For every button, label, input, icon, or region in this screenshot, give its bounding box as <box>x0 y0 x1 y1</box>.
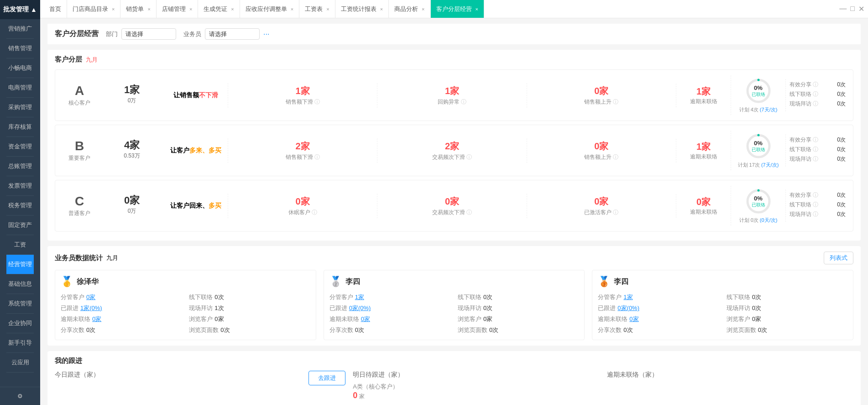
tier-metric: 0家 销售额上升 ⓘ <box>527 83 676 108</box>
staff-label: 业务员 <box>183 30 201 38</box>
info-icon[interactable]: ⓘ <box>312 209 317 216</box>
tier-label-A: A 核心客户 <box>59 84 100 107</box>
goto-followup-button[interactable]: 去跟进 <box>309 371 345 385</box>
tier-row-A: A 核心客户 1家 0万 让销售额不下滑 1家 销售额下滑 ⓘ 1家 回购异常 … <box>55 69 853 121</box>
info-icon[interactable]: ⓘ <box>314 153 320 161</box>
sidebar-item-资金管理[interactable]: 资金管理 <box>6 137 34 157</box>
tab-close-icon[interactable]: × <box>422 6 424 12</box>
tier-metrics-C: 0家 休眠客户 ⓘ 0家 交易频次下滑 ⓘ 0家 已激活客户 ⓘ <box>228 194 676 218</box>
staff-stat: 浏览页面数 0次 <box>189 326 310 334</box>
tier-slogan-A: 让销售额不下滑 <box>164 91 228 100</box>
info-icon[interactable]: ⓘ <box>461 98 466 106</box>
sidebar-item-经营管理[interactable]: 经营管理 <box>6 255 34 274</box>
sidebar-title: 批发管理 <box>3 5 29 14</box>
sidebar-item-云应用[interactable]: 云应用 <box>6 353 34 373</box>
staff-select[interactable]: 请选择 <box>205 28 260 40</box>
sidebar-item-企业协同[interactable]: 企业协同 <box>6 314 34 333</box>
sidebar-item-销售管理[interactable]: 销售管理 <box>6 39 34 58</box>
info-icon[interactable]: ⓘ <box>813 81 818 88</box>
info-icon[interactable]: ⓘ <box>813 91 818 97</box>
sidebar-settings[interactable]: ⚙ <box>0 387 40 405</box>
tier-contact-C: 0家 逾期未联络 <box>676 194 731 218</box>
staff-stat: 已跟进 0家(0%) <box>598 304 719 312</box>
business-month-badge: 九月 <box>106 254 118 262</box>
tier-metric: 0家 已激活客户 ⓘ <box>527 194 676 218</box>
tab-门店商品目录[interactable]: 门店商品目录× <box>67 0 120 18</box>
info-icon[interactable]: ⓘ <box>613 153 618 161</box>
tab-close-icon[interactable]: × <box>291 6 293 12</box>
sidebar-header[interactable]: 批发管理 ▲ <box>0 0 40 19</box>
sidebar-item-总账管理[interactable]: 总账管理 <box>6 157 34 176</box>
staff-medal: 🥈 <box>329 276 342 288</box>
info-icon[interactable]: ⓘ <box>813 156 818 162</box>
sidebar-item-发票管理[interactable]: 发票管理 <box>6 176 34 196</box>
restore-icon[interactable]: □ <box>850 5 855 13</box>
tab-店铺管理[interactable]: 店铺管理× <box>157 0 198 18</box>
tab-close-icon[interactable]: × <box>380 6 383 12</box>
tier-metric: 1家 回购异常 ⓘ <box>377 83 526 108</box>
tab-商品分析[interactable]: 商品分析× <box>389 0 430 18</box>
info-icon[interactable]: ⓘ <box>466 209 472 216</box>
more-filters-icon[interactable]: ··· <box>263 30 269 38</box>
tab-客户分层经营[interactable]: 客户分层经营× <box>431 0 484 18</box>
info-icon[interactable]: ⓘ <box>314 98 320 106</box>
tier-metric: 0家 交易频次下滑 ⓘ <box>377 194 526 218</box>
today-label: 今日跟进（家） <box>55 371 301 379</box>
info-icon[interactable]: ⓘ <box>813 201 818 208</box>
tier-actions-A: 有效分享 ⓘ0次线下联络 ⓘ0次现场拜访 ⓘ0次 <box>785 79 849 111</box>
tab-销货单[interactable]: 销货单× <box>120 0 156 18</box>
info-icon[interactable]: ⓘ <box>813 211 818 217</box>
staff-stat: 分享次数 0次 <box>598 326 719 334</box>
dept-select[interactable]: 请选择 <box>121 28 176 40</box>
tomorrow-a-label: A类（核心客户） <box>353 383 599 391</box>
sidebar-item-采购管理[interactable]: 采购管理 <box>6 98 34 117</box>
sidebar-item-工资[interactable]: 工资 <box>6 235 34 255</box>
info-icon[interactable]: ⓘ <box>813 146 818 153</box>
tab-工资统计报表[interactable]: 工资统计报表× <box>335 0 389 18</box>
info-icon[interactable]: ⓘ <box>613 98 618 106</box>
list-view-button[interactable]: 列表式 <box>824 252 853 264</box>
tier-metric: 0家 销售额上升 ⓘ <box>527 138 676 163</box>
tab-close-icon[interactable]: × <box>189 6 192 12</box>
staff-stat: 分管客户 0家 <box>61 293 182 301</box>
close-window-icon[interactable]: ✕ <box>858 5 864 13</box>
info-icon[interactable]: ⓘ <box>813 192 818 198</box>
business-section: 业务员数据统计 九月 列表式 🥇 徐泽华 分管客户 0家 线下联络 0次 已跟进 <box>47 246 861 346</box>
tab-工资表[interactable]: 工资表× <box>299 0 335 18</box>
sidebar-item-税务管理[interactable]: 税务管理 <box>6 196 34 216</box>
tab-close-icon[interactable]: × <box>112 6 115 12</box>
sidebar-item-新手引导[interactable]: 新手引导 <box>6 333 34 353</box>
dept-label: 部门 <box>106 30 118 38</box>
tomorrow-a-count: 0 <box>353 391 357 400</box>
staff-stat: 已跟进 0家(0%) <box>329 304 450 312</box>
tab-生成凭证[interactable]: 生成凭证× <box>198 0 240 18</box>
sidebar-item-电商管理[interactable]: 电商管理 <box>6 78 34 98</box>
settings-icon: ⚙ <box>17 393 23 400</box>
page-header: 客户分层经营 部门 请选择 业务员 请选择 ··· <box>47 24 861 44</box>
sidebar-item-小畅电商[interactable]: 小畅电商 <box>6 58 34 78</box>
info-icon[interactable]: ⓘ <box>613 209 618 216</box>
sidebar-item-营销推广[interactable]: 营销推广 <box>6 19 34 39</box>
sidebar-item-固定资产[interactable]: 固定资产 <box>6 216 34 235</box>
tab-close-icon[interactable]: × <box>476 6 478 12</box>
minimize-icon[interactable]: — <box>839 5 847 13</box>
tab-close-icon[interactable]: × <box>147 6 150 12</box>
stats-header: 业务员数据统计 九月 列表式 <box>55 252 853 264</box>
tier-label-C: C 普通客户 <box>59 194 100 217</box>
tab-首页[interactable]: 首页 <box>44 0 67 18</box>
sidebar-item-基础信息[interactable]: 基础信息 <box>6 274 34 294</box>
tab-应收应付调整单[interactable]: 应收应付调整单× <box>240 0 299 18</box>
info-icon[interactable]: ⓘ <box>466 153 472 161</box>
info-icon[interactable]: ⓘ <box>813 100 818 107</box>
staff-stat: 线下联络 0次 <box>458 293 579 301</box>
sidebar-item-系统管理[interactable]: 系统管理 <box>6 294 34 314</box>
staff-stat: 线下联络 0次 <box>727 293 847 301</box>
bottom-status-text: It } 315 <box>55 400 853 405</box>
staff-name: 李四 <box>345 277 360 287</box>
info-icon[interactable]: ⓘ <box>813 137 818 143</box>
tab-bar: 首页门店商品目录×销货单×店铺管理×生成凭证×应收应付调整单×工资表×工资统计报… <box>40 0 868 18</box>
page-title: 客户分层经营 <box>55 29 99 39</box>
tab-close-icon[interactable]: × <box>326 6 329 12</box>
sidebar-item-库存核算[interactable]: 库存核算 <box>6 117 34 137</box>
tab-close-icon[interactable]: × <box>231 6 234 12</box>
